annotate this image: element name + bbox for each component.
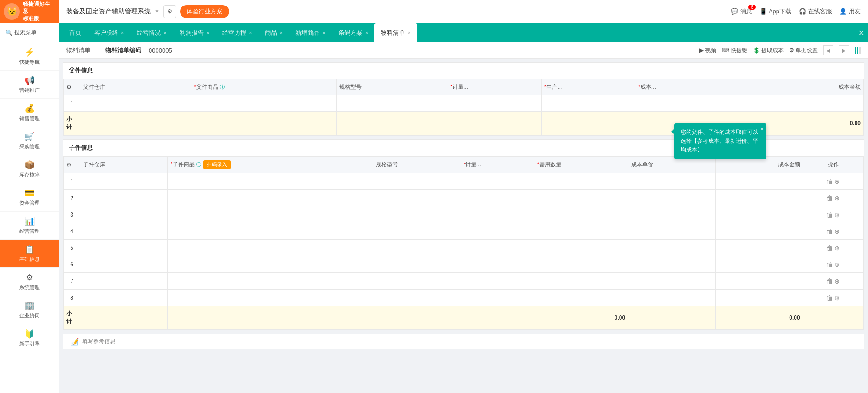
parent-row-1-warehouse[interactable] (80, 95, 191, 112)
sidebar-item-quick-nav[interactable]: ⚡ 快捷导航 (0, 42, 59, 71)
scan-input-button[interactable]: 扫码录入 (203, 160, 231, 169)
sidebar-item-sales[interactable]: 💰 销售管理 (0, 99, 59, 127)
child-row-2-copy-icon[interactable]: ⊕ (834, 194, 840, 202)
child-row-1-delete-icon[interactable]: 🗑 (826, 178, 833, 185)
child-row-5-copy-icon[interactable]: ⊕ (834, 244, 840, 252)
child-row-7-warehouse[interactable] (80, 273, 168, 290)
tab-history-close[interactable]: × (249, 30, 252, 36)
tooltip-close-button[interactable]: × (760, 125, 764, 134)
child-row-5-warehouse[interactable] (80, 240, 168, 256)
child-row-2-unit[interactable] (460, 190, 534, 206)
child-row-7-qty[interactable] (534, 273, 628, 290)
child-row-2-unit-cost[interactable] (628, 190, 716, 206)
child-row-6-unit[interactable] (460, 256, 534, 273)
child-row-6-unit-cost[interactable] (628, 256, 716, 273)
child-row-5-qty[interactable] (534, 240, 628, 256)
tab-product-close[interactable]: × (280, 30, 283, 36)
view-video-button[interactable]: ▶ 视频 (699, 47, 716, 54)
child-row-4-warehouse[interactable] (80, 223, 168, 240)
child-row-7-unit-cost[interactable] (628, 273, 716, 290)
tab-new-product-close[interactable]: × (322, 30, 325, 36)
child-row-3-spec[interactable] (373, 206, 460, 223)
parent-col-gear[interactable]: ⚙ (64, 79, 80, 95)
nav-prev-button[interactable]: ◀ (823, 45, 833, 55)
child-row-3-unit-cost[interactable] (628, 206, 716, 223)
parent-row-1-produce[interactable] (541, 95, 635, 112)
child-row-4-qty[interactable] (534, 223, 628, 240)
child-row-4-copy-icon[interactable]: ⊕ (834, 228, 840, 235)
child-row-3-qty[interactable] (534, 206, 628, 223)
child-row-8-product[interactable] (168, 290, 373, 306)
child-row-6-qty[interactable] (534, 256, 628, 273)
tab-customer-close[interactable]: × (121, 30, 124, 36)
child-row-8-delete-icon[interactable]: 🗑 (826, 294, 833, 302)
child-row-6-product[interactable] (168, 256, 373, 273)
child-row-2-spec[interactable] (373, 190, 460, 206)
child-row-1-qty[interactable] (534, 173, 628, 190)
tab-profit[interactable]: 利润报告 × (173, 23, 216, 42)
search-menu-button[interactable]: 🔍 搜索菜单 (4, 27, 55, 38)
child-row-5-product[interactable] (168, 240, 373, 256)
child-row-1-unit-cost[interactable] (628, 173, 716, 190)
child-row-8-spec[interactable] (373, 290, 460, 306)
parent-row-1-unit[interactable] (447, 95, 541, 112)
child-row-3-warehouse[interactable] (80, 206, 168, 223)
sidebar-item-operations[interactable]: 📊 经营管理 (0, 212, 59, 240)
tab-customer[interactable]: 客户联络 × (88, 23, 130, 42)
sidebar-item-purchase[interactable]: 🛒 采购管理 (0, 127, 59, 155)
child-row-6-copy-icon[interactable]: ⊕ (834, 261, 840, 268)
sidebar-item-system[interactable]: ⚙ 系统管理 (0, 268, 59, 296)
child-row-2-product[interactable] (168, 190, 373, 206)
child-row-2-delete-icon[interactable]: 🗑 (826, 194, 833, 202)
child-row-1-copy-icon[interactable]: ⊕ (834, 178, 840, 185)
child-row-4-product[interactable] (168, 223, 373, 240)
child-row-3-delete-icon[interactable]: 🗑 (826, 211, 833, 218)
trial-button[interactable]: 体验行业方案 (180, 5, 229, 18)
parent-row-1-product[interactable] (191, 95, 337, 112)
tab-barcode[interactable]: 条码方案 × (332, 23, 374, 42)
tab-profit-close[interactable]: × (206, 30, 209, 36)
parent-row-1-spec[interactable] (337, 95, 447, 112)
child-row-8-warehouse[interactable] (80, 290, 168, 306)
app-download-button[interactable]: 📱 App下载 (760, 7, 791, 16)
sidebar-item-guide[interactable]: 🔰 新手引导 (0, 324, 59, 352)
tab-business-status[interactable]: 经营情况 × (130, 23, 173, 42)
sidebar-item-finance[interactable]: 💳 资金管理 (0, 183, 59, 212)
nav-next-button[interactable]: ▶ (839, 45, 849, 55)
sidebar-item-marketing[interactable]: 📢 营销推广 (0, 71, 59, 99)
sidebar-item-enterprise[interactable]: 🏢 企业协同 (0, 296, 59, 324)
shortcut-button[interactable]: ⌨ 快捷键 (722, 47, 747, 54)
tab-barcode-close[interactable]: × (365, 30, 368, 36)
tab-home[interactable]: 首页 (63, 23, 88, 42)
child-row-8-copy-icon[interactable]: ⊕ (834, 294, 840, 302)
child-row-8-qty[interactable] (534, 290, 628, 306)
child-row-2-qty[interactable] (534, 190, 628, 206)
breadcrumb-bom-list[interactable]: 物料清单 (66, 46, 90, 54)
child-row-6-delete-icon[interactable]: 🗑 (826, 261, 833, 268)
online-service-button[interactable]: 🎧 在线客服 (799, 7, 832, 16)
child-row-3-copy-icon[interactable]: ⊕ (834, 211, 840, 218)
parent-row-1-cost[interactable] (635, 95, 729, 112)
child-row-5-unit[interactable] (460, 240, 534, 256)
tab-history[interactable]: 经营历程 × (216, 23, 258, 42)
child-row-6-warehouse[interactable] (80, 256, 168, 273)
child-row-6-spec[interactable] (373, 256, 460, 273)
child-row-5-unit-cost[interactable] (628, 240, 716, 256)
system-dropdown-icon[interactable]: ▼ (154, 8, 160, 15)
child-row-1-unit[interactable] (460, 173, 534, 190)
tab-business-status-close[interactable]: × (163, 30, 166, 36)
message-button[interactable]: 💬 6 消息 (731, 7, 752, 16)
tab-bom[interactable]: 物料清单 × (374, 23, 417, 42)
child-row-2-warehouse[interactable] (80, 190, 168, 206)
sidebar-item-basic-info[interactable]: 📋 基础信息 (0, 240, 59, 268)
child-row-5-delete-icon[interactable]: 🗑 (826, 244, 833, 252)
tab-new-product[interactable]: 新增商品 × (289, 23, 332, 42)
child-row-7-product[interactable] (168, 273, 373, 290)
child-col-gear[interactable]: ⚙ (64, 157, 80, 173)
child-row-5-spec[interactable] (373, 240, 460, 256)
child-row-4-delete-icon[interactable]: 🗑 (826, 228, 833, 235)
child-row-7-delete-icon[interactable]: 🗑 (826, 278, 833, 285)
child-row-7-unit[interactable] (460, 273, 534, 290)
bill-settings-button[interactable]: ⚙ 单据设置 (789, 47, 818, 54)
sidebar-item-inventory[interactable]: 📦 库存核算 (0, 155, 59, 183)
